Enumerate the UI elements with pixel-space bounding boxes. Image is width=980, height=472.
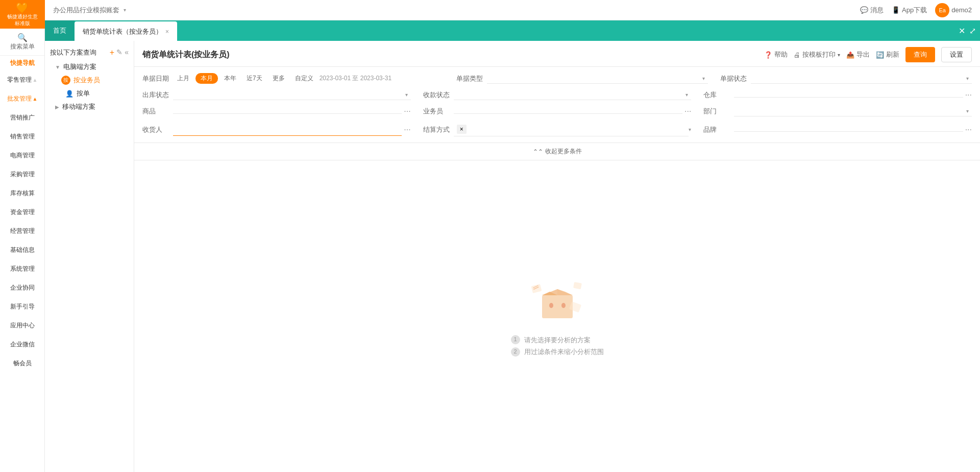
tree-item-by-order[interactable]: 👤 按单 <box>45 87 134 100</box>
search-menu[interactable]: 🔍 搜索菜单 <box>0 29 44 56</box>
sidebar-item-finance-label: 资金管理 <box>10 208 35 216</box>
sidebar-item-wechat[interactable]: 企业微信 <box>0 335 44 354</box>
user-label: demo2 <box>951 6 972 14</box>
query-button[interactable]: 查询 <box>905 47 935 62</box>
print-label: 按模板打印 <box>802 50 836 59</box>
sidebar-item-wholesale[interactable]: 批发管理 ▲ <box>0 89 44 108</box>
collapse-button[interactable]: ⌃⌃ 收起更多条件 <box>533 147 582 156</box>
date-btn-this-year[interactable]: 本年 <box>220 73 240 84</box>
date-btn-last-month[interactable]: 上月 <box>173 73 193 84</box>
tab-home[interactable]: 首页 <box>45 20 75 41</box>
step2-num: 2 <box>511 347 520 357</box>
order-type-select[interactable]: ▾ <box>487 74 708 84</box>
sidebar-item-retail-label: 零售管理 <box>7 76 32 84</box>
sidebar-item-appstore[interactable]: 应用中心 <box>0 316 44 335</box>
salesperson-input[interactable] <box>454 109 682 114</box>
print-dropdown-icon[interactable]: ▾ <box>838 52 840 58</box>
tree-item-by-salesperson[interactable]: 按 按业务员 <box>45 74 134 87</box>
department-select[interactable]: ▾ <box>734 106 972 116</box>
sidebar-item-member[interactable]: 畅会员 <box>0 354 44 373</box>
app-download-btn[interactable]: 📱 App下载 <box>892 6 927 15</box>
date-btn-more[interactable]: 更多 <box>268 73 289 84</box>
payment-method-select[interactable]: × <box>454 123 689 136</box>
app-download-icon: 📱 <box>892 6 900 14</box>
refresh-btn[interactable]: 🔄 刷新 <box>876 50 899 59</box>
warehouse-input[interactable] <box>734 93 963 98</box>
sidebar-item-retail[interactable]: 零售管理 ▲ <box>0 70 44 89</box>
sidebar-item-purchase[interactable]: 采购管理 <box>0 165 44 184</box>
salesperson-label: 业务员 <box>423 107 454 116</box>
warehouse-dots-btn[interactable]: ··· <box>965 90 972 100</box>
payment-tag: × <box>457 125 467 134</box>
sidebar-item-ecommerce[interactable]: 电商管理 <box>0 146 44 165</box>
tree-item-salesperson-label: 按业务员 <box>74 76 100 85</box>
sidebar-item-marketing[interactable]: 营销推广 <box>0 108 44 127</box>
filter-brand: 品牌 ··· <box>703 125 972 134</box>
date-btn-this-month[interactable]: 本月 <box>195 73 218 84</box>
tabbar: 首页 销货单统计表（按业务员） × ✕ ⤢ <box>45 20 980 41</box>
help-label: 帮助 <box>774 50 788 59</box>
logo-icon: 🧡 <box>16 2 29 14</box>
left-panel-title: 按以下方案查询 <box>50 48 96 57</box>
sidebar-item-system[interactable]: 系统管理 <box>0 259 44 278</box>
date-btn-custom[interactable]: 自定义 <box>291 73 317 84</box>
out-status-select[interactable]: ▾ <box>173 90 411 100</box>
main-area: 办公用品行业模拟账套 ▾ 💬 消息 📱 App下载 Ea demo2 首页 <box>45 0 980 472</box>
sidebar-item-sales[interactable]: 销售管理 <box>0 127 44 146</box>
sidebar-item-purchase-label: 采购管理 <box>10 171 35 178</box>
product-dots-btn[interactable]: ··· <box>404 107 410 116</box>
sidebar-item-operations[interactable]: 经营管理 <box>0 222 44 241</box>
sidebar: 🧡 畅捷通好生意 标准版 🔍 搜索菜单 快捷导航 零售管理 ▲ 批发管理 ▲ 营… <box>0 0 45 472</box>
filter-date: 单据日期 上月 本月 本年 近7天 更多 自定义 2023-03-01 至 20… <box>142 73 444 84</box>
tree-section-pc[interactable]: ▼ 电脑端方案 <box>45 60 134 74</box>
tree-section-mobile[interactable]: ▶ 移动端方案 <box>45 100 134 113</box>
product-label: 商品 <box>142 107 173 116</box>
svg-rect-0 <box>542 295 573 318</box>
message-btn[interactable]: 💬 消息 <box>860 6 884 15</box>
tab-sales-stat[interactable]: 销货单统计表（按业务员） × <box>75 21 177 42</box>
edit-scheme-btn[interactable]: ✎ <box>116 48 122 57</box>
print-btn[interactable]: 🖨 按模板打印 ▾ <box>794 50 840 59</box>
out-status-label: 出库状态 <box>142 90 173 100</box>
filter-order-type: 单据类型 ▾ <box>456 74 708 84</box>
empty-step-2: 2 用过滤条件来缩小分析范围 <box>511 346 604 358</box>
date-btn-last7[interactable]: 近7天 <box>242 73 266 84</box>
sidebar-item-wechat-label: 企业微信 <box>10 341 35 348</box>
tab-close-window-btn[interactable]: ✕ <box>959 26 965 36</box>
date-range: 2023-03-01 至 2023-03-31 <box>320 74 391 83</box>
sidebar-item-basic-label: 基础信息 <box>10 246 35 253</box>
help-btn[interactable]: ❓ 帮助 <box>764 50 788 59</box>
payment-tag-close[interactable]: × <box>460 126 463 133</box>
product-input[interactable] <box>173 109 402 114</box>
sidebar-item-system-label: 系统管理 <box>10 265 35 272</box>
export-btn[interactable]: 📤 导出 <box>846 50 870 59</box>
empty-content: 1 请先选择要分析的方案 2 用过滤条件来缩小分析范围 <box>511 275 604 358</box>
print-icon: 🖨 <box>794 51 800 59</box>
brand-input[interactable] <box>734 127 963 132</box>
receiver-input[interactable] <box>173 124 402 136</box>
sidebar-item-member-label: 畅会员 <box>13 360 32 367</box>
department-label: 部门 <box>703 107 734 116</box>
settings-button[interactable]: 设置 <box>941 47 972 62</box>
sidebar-item-basic[interactable]: 基础信息 <box>0 241 44 259</box>
sidebar-item-newbie-label: 新手引导 <box>10 303 35 310</box>
receiver-dots-btn[interactable]: ··· <box>404 125 410 134</box>
user-menu[interactable]: Ea demo2 <box>935 3 972 17</box>
receipt-status-select[interactable]: ▾ <box>454 90 692 100</box>
sidebar-item-newbie[interactable]: 新手引导 <box>0 297 44 316</box>
salesperson-dots-btn[interactable]: ··· <box>684 107 691 116</box>
tab-close-icon[interactable]: × <box>165 28 169 35</box>
add-scheme-btn[interactable]: + <box>110 48 114 57</box>
sidebar-item-cooperation[interactable]: 企业协同 <box>0 278 44 297</box>
svg-point-2 <box>561 303 566 308</box>
tab-maximize-btn[interactable]: ⤢ <box>969 26 976 36</box>
order-status-select[interactable]: ▾ <box>751 74 972 84</box>
breadcrumb-dropdown-icon[interactable]: ▾ <box>124 7 126 13</box>
brand-dots-btn[interactable]: ··· <box>965 125 972 134</box>
receipt-status-arrow-icon: ▾ <box>685 92 688 98</box>
refresh-icon: 🔄 <box>876 51 884 59</box>
sidebar-item-finance[interactable]: 资金管理 <box>0 203 44 222</box>
sidebar-item-inventory[interactable]: 库存核算 <box>0 184 44 203</box>
tree-expand-icon: ▼ <box>55 64 60 70</box>
collapse-panel-btn[interactable]: « <box>125 48 129 57</box>
